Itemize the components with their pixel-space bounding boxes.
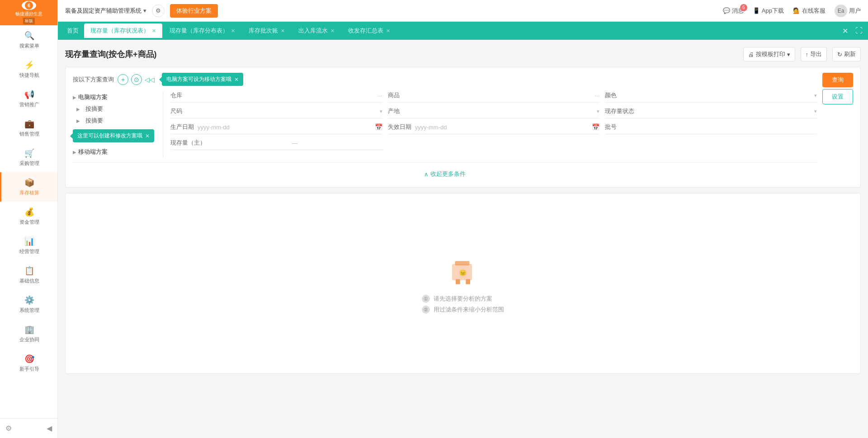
app-download-item[interactable]: 📱 App下载 bbox=[753, 7, 784, 15]
scheme-item-0[interactable]: ▶ 按摘要 bbox=[73, 103, 159, 115]
hint-num-1: ① bbox=[422, 295, 430, 303]
back-arrow-btn[interactable]: ◁◁ bbox=[145, 76, 155, 83]
sidebar-item-finance[interactable]: 💰 资金管理 bbox=[0, 202, 57, 231]
page-title-bar: 现存量查询(按仓库+商品) 🖨 按模板打印 ▾ ↑ 导出 ↻ 刷新 bbox=[65, 47, 861, 61]
online-service-item[interactable]: 💁 在线客服 bbox=[793, 7, 826, 15]
filter-actions: + ⊙ ◁◁ bbox=[118, 74, 155, 85]
tab-2[interactable]: 库存批次账 ✕ bbox=[242, 24, 291, 38]
tab-label-1: 现存量（库存分布表） bbox=[170, 27, 228, 35]
sidebar-item-marketing[interactable]: 📢 营销推广 bbox=[0, 84, 57, 113]
tab-close-3[interactable]: ✕ bbox=[330, 28, 335, 34]
add-scheme-btn[interactable]: + bbox=[118, 74, 128, 85]
size-select[interactable]: ▾ bbox=[198, 108, 382, 114]
sidebar-item-system[interactable]: ⚙️ 系统管理 bbox=[0, 290, 57, 319]
goods-select[interactable]: ··· bbox=[415, 92, 600, 99]
sidebar-item-operations[interactable]: 📊 经营管理 bbox=[0, 231, 57, 260]
notifications-item[interactable]: 💬 消息 6 bbox=[723, 7, 744, 15]
settings-bottom-btn[interactable]: ⚙ bbox=[5, 424, 12, 433]
svg-text:😐: 😐 bbox=[459, 269, 467, 277]
color-select[interactable]: ▾ bbox=[632, 93, 817, 99]
enterprise-icon: 🏢 bbox=[24, 325, 34, 334]
expire-date-calendar-icon[interactable]: 📅 bbox=[592, 123, 599, 131]
filter-label: 按以下方案查询 bbox=[73, 75, 114, 84]
tab-1[interactable]: 现存量（库存分布表） ✕ bbox=[163, 24, 241, 38]
tab-label-4: 收发存汇总表 bbox=[348, 27, 383, 35]
sidebar-item-inventory[interactable]: 📦 库存核算 bbox=[0, 172, 57, 202]
stock-main-to[interactable] bbox=[299, 140, 383, 146]
purchase-icon: 🛒 bbox=[24, 148, 34, 158]
filter-field-size: 尺码 ▾ bbox=[170, 107, 382, 118]
stock-status-chevron[interactable]: ▾ bbox=[814, 108, 817, 114]
scheme-item-1[interactable]: ▶ 按摘要 bbox=[73, 115, 159, 127]
sidebar-item-label-quicknav: 快捷导航 bbox=[19, 72, 39, 79]
tab-home[interactable]: 首页 bbox=[61, 24, 84, 38]
hint-num-2: ② bbox=[422, 306, 430, 314]
stock-main-from[interactable] bbox=[206, 140, 290, 146]
edit-scheme-btn[interactable]: ⊙ bbox=[131, 74, 142, 85]
filter-row-1: 仓库 ··· 商品 bbox=[170, 91, 817, 103]
produce-date-input[interactable] bbox=[198, 124, 375, 131]
scheme-item-icon-0: ▶ bbox=[76, 107, 83, 112]
tab-close-1[interactable]: ✕ bbox=[231, 28, 235, 34]
color-chevron[interactable]: ▾ bbox=[814, 93, 817, 99]
sidebar-item-quicknav[interactable]: ⚡ 快捷导航 bbox=[0, 55, 57, 84]
batch-input[interactable] bbox=[632, 124, 817, 131]
system-icon: ⚙️ bbox=[24, 295, 34, 305]
sidebar-item-search[interactable]: 🔍 搜索菜单 bbox=[0, 25, 57, 55]
tab-close-2[interactable]: ✕ bbox=[281, 28, 285, 34]
export-btn[interactable]: ↑ 导出 bbox=[801, 47, 827, 61]
tab-close-4[interactable]: ✕ bbox=[386, 28, 390, 34]
tab-expand[interactable]: ⛶ bbox=[854, 25, 864, 37]
tab-4[interactable]: 收发存汇总表 ✕ bbox=[342, 24, 396, 38]
size-chevron[interactable]: ▾ bbox=[380, 108, 382, 114]
tab-close-0[interactable]: ✕ bbox=[152, 28, 156, 34]
warehouse-dots[interactable]: ··· bbox=[377, 92, 382, 99]
expire-date-input[interactable] bbox=[415, 124, 592, 131]
system-name-select[interactable]: 装备及固定资产辅助管理系统 ▾ bbox=[65, 7, 146, 15]
query-btn[interactable]: 查询 bbox=[822, 73, 853, 87]
goods-dots[interactable]: ··· bbox=[594, 92, 599, 99]
tab-3[interactable]: 出入库流水 ✕ bbox=[292, 24, 341, 38]
stock-status-select[interactable]: ▾ bbox=[634, 108, 817, 114]
origin-select[interactable]: ▾ bbox=[415, 108, 600, 114]
print-btn[interactable]: 🖨 按模板打印 ▾ bbox=[743, 47, 795, 61]
refresh-btn[interactable]: ↻ 刷新 bbox=[832, 47, 861, 61]
collapse-sidebar-btn[interactable]: ◀ bbox=[47, 424, 52, 433]
collapse-btn[interactable]: ∧ 收起更多条件 bbox=[420, 166, 469, 182]
expire-date-label: 失效日期 bbox=[388, 123, 415, 131]
notifications-icon: 💬 bbox=[723, 7, 730, 14]
refresh-label: 刷新 bbox=[844, 50, 856, 58]
filter-field-batch: 批号 bbox=[605, 123, 817, 134]
origin-chevron[interactable]: ▾ bbox=[597, 108, 599, 114]
header-right: 💬 消息 6 📱 App下载 💁 在线客服 Ea 用户 bbox=[723, 5, 861, 17]
tooltip-close-1[interactable]: ✕ bbox=[234, 76, 239, 83]
tooltip-close-2[interactable]: ✕ bbox=[145, 133, 150, 139]
warehouse-select[interactable]: ··· bbox=[198, 92, 382, 99]
guide-icon: 🎯 bbox=[24, 354, 34, 364]
avatar: Ea bbox=[835, 5, 847, 17]
user-item[interactable]: Ea 用户 bbox=[835, 5, 861, 17]
sidebar-item-guide[interactable]: 🎯 新手引导 bbox=[0, 349, 57, 378]
sidebar-item-basics[interactable]: 📋 基础信息 bbox=[0, 260, 57, 290]
size-label: 尺码 bbox=[170, 107, 198, 115]
tooltip-text-1: 电脑方案可设为移动方案哦 bbox=[166, 75, 231, 83]
sidebar-item-purchase[interactable]: 🛒 采购管理 bbox=[0, 143, 57, 172]
tab-close-all[interactable]: ✕ bbox=[840, 25, 850, 37]
sidebar-item-sales[interactable]: 💼 销售管理 bbox=[0, 113, 57, 143]
reset-btn[interactable]: 设置 bbox=[822, 89, 853, 104]
tab-label-2: 库存批次账 bbox=[249, 27, 278, 35]
sidebar-item-enterprise[interactable]: 🏢 企业协同 bbox=[0, 319, 57, 349]
sidebar-item-label-basics: 基础信息 bbox=[19, 278, 39, 284]
svg-rect-3 bbox=[455, 261, 469, 266]
user-label: 用户 bbox=[849, 7, 861, 15]
range-separator: — bbox=[292, 140, 297, 146]
header-settings-btn[interactable]: ⚙ bbox=[152, 5, 165, 17]
produce-date-calendar-icon[interactable]: 📅 bbox=[375, 123, 382, 131]
experience-btn[interactable]: 体验行业方案 bbox=[170, 4, 218, 18]
tab-0[interactable]: 现存量（库存状况表） ✕ bbox=[84, 24, 162, 38]
desktop-arrow: ▶ bbox=[73, 95, 76, 100]
empty-state: 😐 ① 请先选择要分析的方案 ② 用过滤条件来缩小分析范围 bbox=[422, 253, 504, 314]
page-title: 现存量查询(按仓库+商品) bbox=[65, 49, 157, 60]
finance-icon: 💰 bbox=[24, 207, 34, 217]
sales-icon: 💼 bbox=[24, 119, 34, 129]
